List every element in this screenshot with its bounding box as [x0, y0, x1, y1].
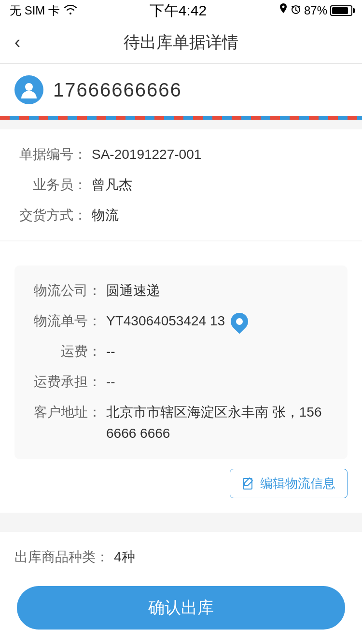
section-divider	[0, 513, 362, 522]
carrier-label: 无 SIM 卡	[10, 3, 60, 18]
goods-type-label: 出库商品种类：	[14, 546, 114, 568]
avatar	[14, 75, 43, 104]
freight-label: 运费：	[29, 341, 106, 363]
order-no-label: 单据编号：	[14, 144, 92, 166]
address-label: 客户地址：	[29, 402, 106, 423]
battery-percent: 87%	[304, 4, 327, 17]
back-button[interactable]: ‹	[14, 32, 20, 53]
company-row: 物流公司： 圆通速递	[29, 280, 333, 302]
status-right: 87%	[279, 3, 352, 18]
edit-logistics-button[interactable]: 编辑物流信息	[230, 469, 348, 498]
location-status-icon	[279, 3, 288, 18]
company-value: 圆通速递	[106, 280, 333, 302]
svg-point-1	[25, 83, 33, 91]
nav-bar: ‹ 待出库单据详情	[0, 21, 362, 64]
address-row: 客户地址： 北京市市辖区海淀区永丰南 张，156 6666 6666	[29, 402, 333, 445]
customer-header: 17666666666	[0, 64, 362, 116]
dashed-divider	[0, 116, 362, 120]
edit-btn-row: 编辑物流信息	[14, 469, 348, 498]
time-label: 下午4:42	[150, 1, 207, 21]
edit-icon	[242, 477, 255, 490]
confirm-btn-wrapper: 确认出库	[0, 576, 362, 644]
order-no-value: SA-20191227-001	[92, 144, 348, 166]
order-info-section: 单据编号： SA-20191227-001 业务员： 曾凡杰 交货方式： 物流	[0, 129, 362, 240]
status-bar: 无 SIM 卡 下午4:42 87%	[0, 0, 362, 21]
salesperson-value: 曾凡杰	[92, 174, 348, 196]
map-pin-icon[interactable]	[227, 309, 252, 334]
address-value: 北京市市辖区海淀区永丰南 张，156 6666 6666	[106, 402, 333, 445]
salesperson-label: 业务员：	[14, 174, 92, 196]
delivery-value: 物流	[92, 205, 348, 226]
status-left: 无 SIM 卡	[10, 3, 77, 18]
goods-type-row: 出库商品种类： 4种	[14, 546, 348, 568]
wifi-icon	[64, 4, 77, 17]
freight-bearer-value: --	[106, 371, 333, 393]
tracking-row: 物流单号： YT43064053424 13	[29, 310, 333, 332]
delivery-label: 交货方式：	[14, 205, 92, 226]
battery-icon	[330, 5, 352, 16]
confirm-outbound-button[interactable]: 确认出库	[17, 586, 345, 630]
customer-phone: 17666666666	[53, 79, 182, 101]
logistics-card: 物流公司： 圆通速递 物流单号： YT43064053424 13 运费： --…	[14, 266, 348, 459]
company-label: 物流公司：	[29, 280, 106, 302]
freight-bearer-row: 运费承担： --	[29, 371, 333, 393]
tracking-value: YT43064053424 13	[106, 310, 333, 332]
freight-row: 运费： --	[29, 341, 333, 363]
tracking-label: 物流单号：	[29, 310, 106, 332]
order-no-row: 单据编号： SA-20191227-001	[14, 144, 348, 166]
logistics-section: 物流公司： 圆通速递 物流单号： YT43064053424 13 运费： --…	[0, 241, 362, 513]
salesperson-row: 业务员： 曾凡杰	[14, 174, 348, 196]
goods-type-value: 4种	[114, 546, 348, 568]
page-content: 17666666666 单据编号： SA-20191227-001 业务员： 曾…	[0, 64, 362, 644]
delivery-row: 交货方式： 物流	[14, 205, 348, 226]
alarm-icon	[291, 4, 301, 17]
page-title: 待出库单据详情	[124, 31, 238, 54]
freight-value: --	[106, 341, 333, 363]
freight-bearer-label: 运费承担：	[29, 371, 106, 393]
user-icon	[19, 80, 39, 99]
